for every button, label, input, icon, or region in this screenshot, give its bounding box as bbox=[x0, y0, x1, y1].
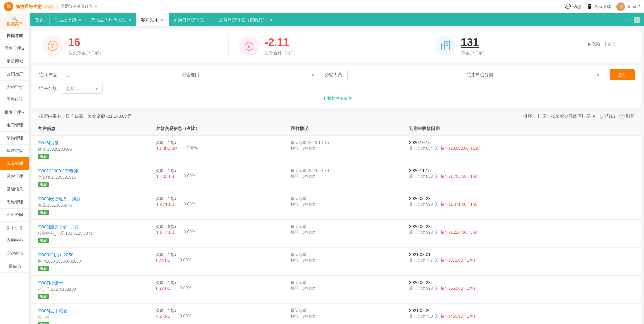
tab-minimize-button[interactable]: — bbox=[626, 17, 632, 23]
customer-tag: 现销 bbox=[38, 322, 49, 324]
sidebar-item-wechat[interactable]: 企业微信 bbox=[0, 247, 29, 260]
customer-contact: 小进千 18279152100 bbox=[38, 287, 156, 292]
tab-close-icon[interactable]: ✕ bbox=[161, 18, 164, 22]
tab-maximize-button[interactable]: ⬜ bbox=[634, 17, 641, 23]
tab-close-icon[interactable]: ✕ bbox=[78, 18, 81, 22]
sort-arrow-icon: ▼ bbox=[592, 114, 596, 119]
customer-contact: 用户2050 18665062050 bbox=[38, 259, 156, 264]
sidebar-item-guide[interactable]: 新手引导 bbox=[0, 222, 29, 234]
sidebar-item-collab[interactable]: 企业协同 bbox=[0, 209, 29, 222]
sidebar-item-finance[interactable]: 资金管理 bbox=[0, 157, 29, 170]
balance-select[interactable]: 选择... ▼ bbox=[62, 84, 103, 94]
col-debt-info: 欠款交易信息（占比） bbox=[156, 126, 291, 132]
debt-amount: 652.00 bbox=[156, 286, 170, 291]
overdue-link[interactable]: 超期¥672.00（1笔） bbox=[440, 258, 477, 263]
industry-selector[interactable]: 母婴行业演示账套 ▼ bbox=[57, 3, 101, 10]
sidebar-item-retail-stats[interactable]: 零售统计 bbox=[0, 93, 29, 106]
sidebar-item-system[interactable]: 系统管理 bbox=[0, 196, 29, 209]
sidebar-search[interactable]: 🔍 搜索菜单 bbox=[0, 13, 29, 30]
customer-name[interactable]: [0007]小进千 bbox=[38, 280, 156, 286]
card-label-total-customers: 总客户（家） bbox=[461, 50, 611, 56]
tab-customer-ledger[interactable]: 客户账本 ✕ bbox=[136, 13, 169, 26]
sidebar-item-app-center[interactable]: 应用中心 bbox=[0, 234, 29, 247]
tab-inbound-stats[interactable]: 进货单统计表（按商品） ✕ bbox=[214, 13, 277, 26]
recovery-cell: 最近收款 2020-10-15 预计下次收款 bbox=[291, 140, 409, 159]
svg-rect-10 bbox=[447, 45, 448, 46]
recovery-cell: 最近收款 预计下次收款 bbox=[291, 308, 409, 324]
sidebar-item-operations[interactable]: 经营管理 bbox=[0, 170, 29, 183]
sidebar-item-vip[interactable]: 畅会员 bbox=[0, 260, 29, 273]
col-recovery: 回收情况 bbox=[291, 126, 409, 132]
filter-dept-label: 分管部门 bbox=[182, 72, 202, 78]
unit-class-select[interactable]: ▼ bbox=[496, 70, 604, 80]
sidebar-item-basic-info[interactable]: 基础信息 bbox=[0, 183, 29, 196]
customer-name[interactable]: [000002]用户2050 bbox=[38, 252, 156, 258]
sidebar-item-retail-mgmt[interactable]: 零售管理 ▲ bbox=[0, 42, 29, 55]
overdue-link[interactable]: 超期¥10,000.00（1笔） bbox=[440, 146, 483, 151]
data-table: 客户信息 欠款交易信息（占比） 回收情况 到期未收款日期 [0016]吕俊 吕俊… bbox=[32, 122, 641, 324]
table-row: [0001020001]李老师 李老师 18600391516 现销 欠款（1笔… bbox=[32, 164, 641, 192]
recovery-cell: 最近收款 2020-06-30 预计下次收款 bbox=[291, 168, 409, 187]
user-avatar-area[interactable]: d demo2 bbox=[616, 2, 640, 11]
tab-close-icon[interactable]: ✕ bbox=[128, 18, 131, 22]
sidebar-item-wholesale[interactable]: 批发管理 ▼ bbox=[0, 106, 29, 119]
tab-production-history[interactable]: 产成品入库单历史 ✕ bbox=[86, 13, 136, 26]
debt-amount: 1,703.68 bbox=[156, 174, 174, 179]
manager-input[interactable]: ... bbox=[347, 70, 462, 80]
sidebar-item-ecommerce[interactable]: 电商管理 bbox=[0, 119, 29, 132]
tab-product-shelf[interactable]: 商品上下架 ✕ bbox=[50, 13, 86, 26]
customer-tag: 现销 bbox=[38, 266, 49, 271]
query-button[interactable]: 查询 bbox=[610, 69, 635, 80]
svg-rect-4 bbox=[441, 43, 445, 50]
due-date-cell: 2020.06.23 最长欠款 998 天 超期¥652.00（1笔） bbox=[409, 280, 636, 299]
customer-cell: [0006]去下粮仓 陈小希 现销 bbox=[38, 308, 156, 324]
sidebar-item-marketing[interactable]: 营销推广 bbox=[0, 68, 29, 81]
sidebar-item-purchase[interactable]: 采购管理 bbox=[0, 132, 29, 145]
summary-card-debt-customers: ¥ 16 总欠款客户（家） bbox=[43, 36, 229, 56]
app-download-button[interactable]: 📱 App下载 bbox=[587, 4, 611, 10]
customer-name[interactable]: [0002]服务中心_丁磊 bbox=[38, 224, 156, 230]
export-button[interactable]: ↗ 导出 bbox=[600, 113, 615, 119]
customer-name[interactable]: [0016]吕俊 bbox=[38, 140, 156, 146]
customer-name[interactable]: [0003]畅捷服务尹海蕊 bbox=[38, 196, 156, 202]
results-bar: 搜索结果中，客户16家 欠款金额 -21,148.07元 排序： 排序：按欠款金… bbox=[32, 110, 641, 122]
sort-select[interactable]: 排序： 排序：按欠款金额倒序排序 ▼ bbox=[523, 113, 596, 119]
sidebar-item-member[interactable]: 会员中心 bbox=[0, 81, 29, 93]
sidebar-item-retail-mall[interactable]: 零售商城 bbox=[0, 55, 29, 68]
debt-amount: 1,471.00 bbox=[156, 202, 174, 207]
from-unit-input[interactable]: ... bbox=[62, 70, 176, 80]
avatar: d bbox=[616, 2, 625, 11]
tab-home[interactable]: 首页 bbox=[30, 13, 50, 26]
customer-name[interactable]: [0006]去下粮仓 bbox=[38, 308, 156, 314]
card-label-debt-customers: 总欠款客户（家） bbox=[68, 50, 218, 56]
table-row: [0002]服务中心_丁磊 服务中心_丁磊 181 0125 8371 现销 欠… bbox=[32, 220, 641, 248]
overdue-link[interactable]: 超期¥1,214.00（3笔） bbox=[440, 230, 481, 235]
debt-cell: 欠款（1笔） 10,000.00 0.00% bbox=[156, 140, 291, 159]
tab-close-icon[interactable]: ✕ bbox=[269, 18, 272, 22]
card-info-debt-total: -2.11 欠款合计（万） bbox=[264, 36, 415, 56]
dept-select[interactable]: ▼ bbox=[205, 70, 319, 80]
due-date-cell: 2020.06.23 最长欠款 998 天 超期¥1,471.00（1笔） bbox=[409, 196, 636, 215]
customer-cell: [0007]小进千 小进千 18279152100 现销 bbox=[38, 280, 156, 299]
overdue-link[interactable]: 超期¥1,471.00（1笔） bbox=[440, 202, 481, 207]
video-button[interactable]: ▶ 视频 bbox=[588, 41, 600, 47]
collapse-button[interactable]: ⬆ 收起更多条件 bbox=[39, 94, 635, 104]
overdue-link[interactable]: 超期¥652.00（1笔） bbox=[440, 286, 477, 291]
top-bar: 畅 畅捷通好生意 示范 母婴行业演示账套 ▼ 💬 消息 📱 App下载 d de… bbox=[0, 0, 644, 13]
app-orange-label: 示范 bbox=[44, 4, 54, 9]
filter-unit-class-label: 往来单位分类 bbox=[467, 72, 493, 78]
customer-name[interactable]: [0001020001]李老师 bbox=[38, 168, 156, 174]
refresh-button[interactable]: ↺ 刷新 bbox=[619, 113, 635, 119]
customer-tag: 现销 bbox=[38, 238, 49, 243]
message-button[interactable]: 💬 消息 bbox=[565, 4, 581, 10]
tab-purchase-stats[interactable]: 采购订单统计表 ✕ bbox=[169, 13, 214, 26]
filter-unit-class: 往来单位分类 ▼ bbox=[467, 70, 604, 80]
sidebar-quick-nav[interactable]: 快捷导航 bbox=[0, 30, 29, 42]
card-label-debt-total: 欠款合计（万） bbox=[264, 50, 415, 56]
svg-rect-9 bbox=[446, 45, 447, 46]
tab-close-icon[interactable]: ✕ bbox=[206, 18, 209, 22]
sidebar-item-inventory[interactable]: 库存核算 bbox=[0, 145, 29, 157]
help-button[interactable]: ? 帮助 bbox=[604, 41, 616, 47]
overdue-link[interactable]: 超期¥455.90（1笔） bbox=[440, 314, 477, 319]
overdue-link[interactable]: 超期¥1,703.68（1笔） bbox=[440, 174, 481, 179]
